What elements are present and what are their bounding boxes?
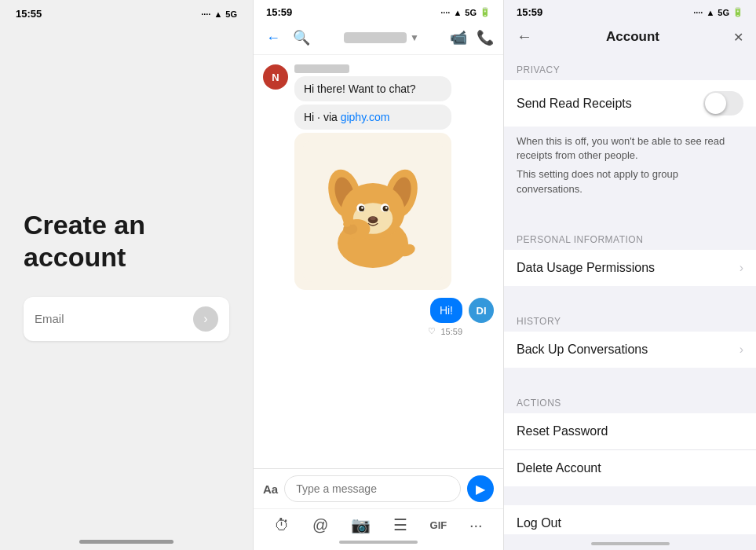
- message-bubble-2: Hi · via giphy.com: [294, 104, 451, 130]
- data-usage-chevron: ›: [740, 261, 743, 275]
- data-usage-row[interactable]: Data Usage Permissions ›: [504, 250, 756, 286]
- actions-settings-group: Reset Password Delete Account: [504, 413, 756, 486]
- gif-image: [294, 133, 451, 290]
- home-indicator-2: [339, 541, 418, 544]
- message-meta: ♡ 15:59: [428, 326, 462, 336]
- home-indicator-3: [504, 534, 756, 550]
- home-indicator-1: [79, 540, 173, 544]
- create-account-title: Create an account: [24, 209, 229, 273]
- account-close-button[interactable]: ✕: [733, 28, 743, 46]
- section-label-actions: ACTIONS: [504, 387, 756, 413]
- history-settings-group: Back Up Conversations ›: [504, 332, 756, 368]
- delete-account-row[interactable]: Delete Account: [504, 450, 756, 486]
- section-gap-4: [504, 486, 756, 505]
- chat-panel: 15:59 ···· ▲ 5G 🔋 ← 🔍 ▼ 📹 📞 N Hi there! …: [253, 0, 504, 550]
- status-bar-1: 15:55 ···· ▲ 5G: [0, 8, 253, 20]
- arrow-right-icon: ›: [203, 312, 207, 326]
- video-call-button[interactable]: 📹: [450, 29, 467, 46]
- account-panel: 15:59 ···· ▲ 5G 🔋 ← Account ✕ PRIVACY Se…: [504, 0, 756, 550]
- back-up-conversations-label: Back Up Conversations: [517, 343, 740, 357]
- avatar-n: N: [263, 64, 288, 90]
- section-label-privacy: PRIVACY: [504, 53, 756, 80]
- giphy-link[interactable]: giphy.com: [341, 111, 390, 123]
- email-submit-button[interactable]: ›: [193, 306, 218, 332]
- status-bar-2: 15:59 ···· ▲ 5G 🔋: [254, 0, 503, 21]
- log-out-row[interactable]: Log Out: [504, 505, 756, 534]
- more-icon[interactable]: ···: [469, 515, 483, 534]
- email-field[interactable]: [35, 312, 193, 325]
- reset-password-label: Reset Password: [517, 424, 743, 438]
- chat-title: ▼: [320, 32, 444, 43]
- log-out-label: Log Out: [517, 516, 743, 530]
- contact-name-blur: [344, 32, 407, 43]
- corgi-svg: [302, 141, 444, 282]
- send-button[interactable]: ▶: [467, 475, 494, 502]
- svg-point-20: [353, 219, 360, 225]
- phone-call-button[interactable]: 📞: [477, 29, 494, 46]
- message-text-2: Hi · via: [304, 111, 341, 123]
- chevron-down-icon: ▼: [410, 32, 419, 43]
- close-icon: ✕: [733, 31, 743, 44]
- time-1: 15:55: [16, 8, 42, 20]
- back-icon: ←: [517, 28, 532, 45]
- section-label-history: HISTORY: [504, 305, 756, 332]
- section-gap-2: [504, 286, 756, 305]
- chat-messages: N Hi there! Want to chat? Hi · via giphy…: [254, 55, 503, 468]
- camera-icon[interactable]: 📷: [351, 515, 371, 534]
- section-gap-1: [504, 204, 756, 223]
- chat-input-bar: Aa ▶: [254, 468, 503, 508]
- message-text-1: Hi there! Want to chat?: [304, 82, 416, 95]
- heart-icon: ♡: [428, 326, 436, 336]
- account-title: Account: [606, 29, 659, 45]
- read-receipts-info: When this is off, you won't be able to s…: [504, 126, 756, 204]
- svg-point-15: [370, 217, 375, 221]
- avatar-di: DI: [469, 298, 494, 323]
- reset-password-row[interactable]: Reset Password: [504, 413, 756, 450]
- chat-toolbar: ⏱ @ 📷 ☰ GIF ···: [254, 508, 503, 550]
- send-read-receipts-row[interactable]: Send Read Receipts: [504, 80, 756, 126]
- logout-settings-group: Log Out: [504, 505, 756, 534]
- time-2: 15:59: [266, 6, 292, 18]
- create-account-panel: 15:55 ···· ▲ 5G Create an account ›: [0, 0, 253, 550]
- timer-icon[interactable]: ⏱: [274, 515, 290, 534]
- status-icons-3: ···· ▲ 5G 🔋: [693, 7, 743, 17]
- back-up-chevron: ›: [740, 343, 743, 357]
- status-icons-2: ···· ▲ 5G 🔋: [440, 7, 491, 17]
- message-content-1: Hi there! Want to chat? Hi · via giphy.c…: [294, 64, 451, 290]
- data-usage-label: Data Usage Permissions: [517, 261, 740, 275]
- chat-back-button[interactable]: ←: [263, 27, 283, 50]
- message-bubble-3: Hi!: [430, 298, 462, 323]
- send-read-receipts-toggle[interactable]: [703, 91, 743, 116]
- status-icons-1: ···· ▲ 5G: [201, 8, 237, 20]
- account-nav-bar: ← Account ✕: [504, 21, 756, 53]
- message-row-1: N Hi there! Want to chat? Hi · via giphy…: [263, 64, 494, 290]
- personal-settings-group: Data Usage Permissions ›: [504, 250, 756, 286]
- svg-point-12: [361, 207, 363, 209]
- message-bubble-1: Hi there! Want to chat?: [294, 76, 451, 101]
- info-text-2: This setting does not apply to group con…: [517, 167, 743, 196]
- font-button[interactable]: Aa: [263, 482, 278, 496]
- sender-name-blur: [294, 64, 349, 73]
- message-time: 15:59: [440, 327, 462, 336]
- status-bar-3: 15:59 ···· ▲ 5G 🔋: [504, 0, 756, 21]
- message-row-2: DI Hi! ♡ 15:59: [263, 298, 494, 336]
- account-back-button[interactable]: ←: [517, 28, 532, 46]
- send-icon: ▶: [476, 482, 485, 497]
- account-content: PRIVACY Send Read Receipts When this is …: [504, 53, 756, 534]
- home-bar-3: [591, 542, 670, 545]
- mention-icon[interactable]: @: [312, 515, 328, 534]
- back-up-conversations-row[interactable]: Back Up Conversations ›: [504, 332, 756, 368]
- chat-search-button[interactable]: 🔍: [290, 26, 313, 50]
- chat-nav-bar: ← 🔍 ▼ 📹 📞: [254, 21, 503, 55]
- time-3: 15:59: [517, 6, 542, 18]
- message-text-3: Hi!: [440, 304, 453, 317]
- gif-icon[interactable]: GIF: [430, 515, 447, 534]
- toggle-knob: [705, 93, 726, 114]
- privacy-settings-group: Send Read Receipts: [504, 80, 756, 126]
- message-input[interactable]: [284, 475, 461, 502]
- font-label: Aa: [263, 482, 278, 496]
- info-text-1: When this is off, you won't be able to s…: [517, 134, 743, 163]
- send-read-receipts-label: Send Read Receipts: [517, 97, 703, 111]
- attachment-icon[interactable]: ☰: [393, 515, 407, 534]
- section-gap-3: [504, 368, 756, 387]
